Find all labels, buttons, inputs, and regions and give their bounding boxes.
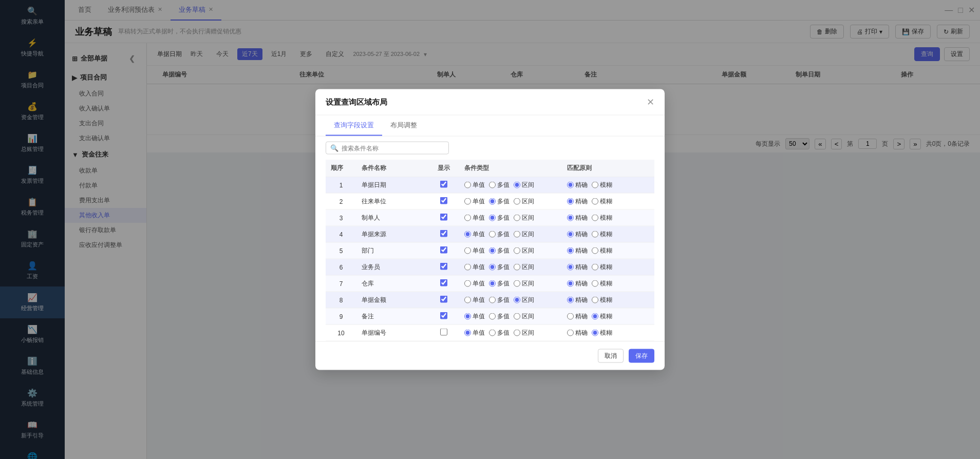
row-show [428,209,459,226]
row-order: 7 [326,275,356,292]
dialog-close-button[interactable]: ✕ [647,97,654,108]
show-checkbox[interactable] [440,263,447,270]
row-condition-type: 单值多值区间 [459,193,562,209]
th-match: 匹配原则 [562,160,654,177]
row-condition-name: 单据来源 [356,226,428,242]
dialog-table: 顺序 条件名称 显示 条件类型 匹配原则 1单据日期单值多值区间精确模糊2往来单… [315,160,665,341]
row-match: 精确模糊 [562,242,654,259]
row-match: 精确模糊 [562,292,654,308]
dialog-search-area: 🔍 [315,137,665,160]
row-show [428,193,459,209]
show-checkbox[interactable] [440,230,447,237]
th-name: 条件名称 [356,160,428,177]
dialog-title: 设置查询区域布局 [326,97,387,107]
show-checkbox[interactable] [440,246,447,254]
row-condition-name: 单据金额 [356,292,428,308]
row-condition-type: 单值多值区间 [459,275,562,292]
row-match: 精确模糊 [562,193,654,209]
dialog-tab-layout[interactable]: 布局调整 [382,116,425,136]
dialog-tab-fields[interactable]: 查询字段设置 [326,116,382,136]
row-condition-type: 单值多值区间 [459,242,562,259]
row-condition-type: 单值多值区间 [459,259,562,275]
condition-search-input[interactable] [342,144,434,151]
row-condition-type: 单值多值区间 [459,226,562,242]
show-checkbox[interactable] [440,329,447,336]
row-match: 精确模糊 [562,275,654,292]
search-icon: 🔍 [330,144,338,152]
row-show [428,259,459,275]
show-checkbox[interactable] [440,296,447,303]
row-order: 4 [326,226,356,242]
dialog-header: 设置查询区域布局 ✕ [315,89,665,116]
row-condition-name: 部门 [356,242,428,259]
row-condition-type: 单值多值区间 [459,209,562,226]
row-match: 精确模糊 [562,259,654,275]
row-show [428,275,459,292]
row-show [428,242,459,259]
row-condition-name: 往来单位 [356,193,428,209]
row-order: 5 [326,242,356,259]
dialog-footer: 取消 保存 [315,341,665,370]
row-condition-name: 单据日期 [356,177,428,193]
show-checkbox[interactable] [440,214,447,221]
show-checkbox[interactable] [440,197,447,204]
row-show [428,177,459,193]
row-match: 精确模糊 [562,308,654,324]
row-show [428,226,459,242]
row-order: 10 [326,324,356,341]
row-match: 精确模糊 [562,177,654,193]
row-match: 精确模糊 [562,226,654,242]
row-condition-name: 业务员 [356,259,428,275]
show-checkbox[interactable] [440,279,447,286]
row-condition-type: 单值多值区间 [459,177,562,193]
row-match: 精确模糊 [562,209,654,226]
th-order: 顺序 [326,160,356,177]
row-condition-type: 单值多值区间 [459,308,562,324]
th-show: 显示 [428,160,459,177]
row-order: 9 [326,308,356,324]
row-order: 2 [326,193,356,209]
show-checkbox[interactable] [440,312,447,319]
row-condition-name: 备注 [356,308,428,324]
row-show [428,292,459,308]
search-box: 🔍 [326,142,449,155]
row-condition-type: 单值多值区间 [459,292,562,308]
row-match: 精确模糊 [562,324,654,341]
settings-dialog: 设置查询区域布局 ✕ 查询字段设置 布局调整 🔍 顺序 条件名称 显示 条件类型… [315,89,665,370]
dialog-save-button[interactable]: 保存 [629,349,654,363]
row-condition-name: 仓库 [356,275,428,292]
show-checkbox[interactable] [440,181,447,188]
th-condition-type: 条件类型 [459,160,562,177]
row-condition-name: 制单人 [356,209,428,226]
row-order: 3 [326,209,356,226]
row-order: 6 [326,259,356,275]
row-order: 1 [326,177,356,193]
row-show [428,308,459,324]
row-condition-type: 单值多值区间 [459,324,562,341]
row-show [428,324,459,341]
row-order: 8 [326,292,356,308]
cancel-button[interactable]: 取消 [598,349,624,363]
dialog-tabs: 查询字段设置 布局调整 [315,116,665,137]
row-condition-name: 单据编号 [356,324,428,341]
